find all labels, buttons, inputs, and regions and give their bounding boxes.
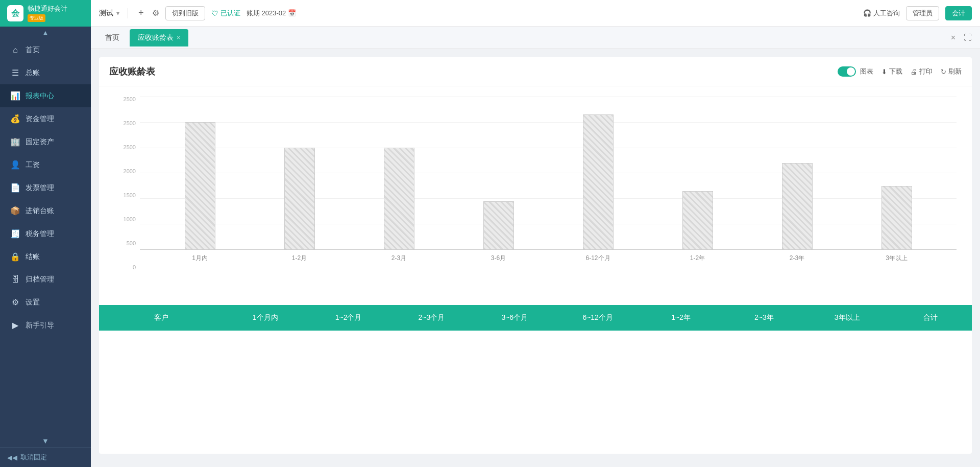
x-tick-1-2year: 1-2年 xyxy=(648,254,747,263)
sidebar-label-fund: 资金管理 xyxy=(26,114,54,124)
tab-home[interactable]: 首页 xyxy=(97,29,128,46)
sidebar-item-guide[interactable]: ▶ 新手引导 xyxy=(0,314,91,337)
edition-badge: 专业版 xyxy=(28,14,45,22)
sidebar-item-salary[interactable]: 👤 工资 xyxy=(0,153,91,176)
y-tick-2500-2: 2500 xyxy=(124,121,136,126)
sidebar-item-archive[interactable]: 🗄 归档管理 xyxy=(0,268,91,291)
company-name: 测试 xyxy=(99,9,113,18)
topbar: 测试 ▾ + ⚙ 切到旧版 🛡 已认证 账期 2023-02 📅 🎧 人工咨询 … xyxy=(91,0,980,27)
sidebar-label-fixed-asset: 固定资产 xyxy=(26,137,54,147)
print-button[interactable]: 🖨 打印 xyxy=(911,67,933,76)
settings-icon: ⚙ xyxy=(10,297,20,307)
bar-group-6-12month xyxy=(548,114,648,250)
sidebar-item-fixed-asset[interactable]: 🏢 固定资产 xyxy=(0,130,91,153)
y-axis: 2500 2500 2500 2000 1500 1000 500 0 xyxy=(114,97,140,270)
add-button[interactable]: + xyxy=(136,6,146,20)
col-header-1-2year: 1~2年 xyxy=(640,313,723,322)
x-tick-6-12month: 6-12个月 xyxy=(548,254,648,263)
guide-icon: ▶ xyxy=(10,320,20,330)
unpin-label: 取消固定 xyxy=(20,453,47,462)
tab-receivable-aging[interactable]: 应收账龄表 × xyxy=(130,29,188,46)
company-selector[interactable]: 测试 ▾ xyxy=(99,9,119,18)
certified-label: 已认证 xyxy=(220,9,240,18)
y-tick-2500-top: 2500 xyxy=(124,97,136,102)
expand-window-button[interactable]: ⛶ xyxy=(962,31,974,44)
admin-button[interactable]: 管理员 xyxy=(906,6,939,20)
bar-group-2-3year xyxy=(747,163,847,250)
y-tick-2500-3: 2500 xyxy=(124,145,136,150)
sidebar-item-home[interactable]: ⌂ 首页 xyxy=(0,39,91,61)
report-actions: 图表 ⬇ 下载 🖨 打印 ↻ 刷新 xyxy=(838,66,962,77)
headset-icon: 🎧 xyxy=(863,9,871,17)
service-button[interactable]: 🎧 人工咨询 xyxy=(863,9,900,18)
bar-group-3year-plus xyxy=(847,186,946,250)
period-value: 2023-02 xyxy=(262,9,286,17)
close-window-button[interactable]: × xyxy=(949,31,958,44)
archive-icon: 🗄 xyxy=(10,275,20,284)
sidebar-label-invoice: 发票管理 xyxy=(26,183,54,193)
tab-home-label: 首页 xyxy=(105,33,119,42)
fund-icon: 💰 xyxy=(10,114,20,124)
sidebar-nav: ⌂ 首页 ☰ 总账 📊 报表中心 💰 资金管理 🏢 固定资产 👤 工资 📄 发票… xyxy=(0,39,91,435)
toggle-track[interactable] xyxy=(838,66,856,77)
x-tick-1month: 1月内 xyxy=(150,254,250,263)
sidebar-item-inventory[interactable]: 📦 进销台账 xyxy=(0,199,91,222)
scroll-up-arrow[interactable]: ▲ xyxy=(0,27,91,39)
sidebar-label-ledger: 总账 xyxy=(26,68,40,78)
print-icon: 🖨 xyxy=(911,68,917,76)
sidebar-item-fund[interactable]: 💰 资金管理 xyxy=(0,107,91,130)
col-header-total: 合计 xyxy=(889,313,972,322)
logo-area: 会 畅捷通好会计 专业版 xyxy=(0,0,91,27)
logo-icon: 会 xyxy=(7,5,23,21)
salary-icon: 👤 xyxy=(10,160,20,170)
y-tick-500: 500 xyxy=(127,241,136,246)
shield-icon: 🛡 xyxy=(211,9,218,17)
col-header-2-3year: 2~3年 xyxy=(722,313,805,322)
bar-group-3-6month xyxy=(449,201,548,250)
scroll-down-arrow[interactable]: ▼ xyxy=(0,435,91,447)
tab-close-icon[interactable]: × xyxy=(177,34,180,41)
chart-toggle[interactable]: 图表 xyxy=(838,66,873,77)
report-icon: 📊 xyxy=(10,91,20,101)
chart-area: 2500 2500 2500 2000 1500 1000 500 0 xyxy=(99,86,972,301)
sidebar-item-report[interactable]: 📊 报表中心 xyxy=(0,84,91,107)
col-header-2-3month: 2~3个月 xyxy=(390,313,473,322)
sidebar-item-tax[interactable]: 🧾 税务管理 xyxy=(0,222,91,245)
topbar-right: 🎧 人工咨询 管理员 会计 xyxy=(863,6,972,20)
sidebar-label-tax: 税务管理 xyxy=(26,229,54,239)
download-button[interactable]: ⬇ 下载 xyxy=(881,67,902,76)
col-header-1-2month: 1~2个月 xyxy=(307,313,390,322)
calendar-icon[interactable]: 📅 xyxy=(288,9,296,17)
bar-group-2-3month xyxy=(349,148,449,250)
col-header-3-6month: 3~6个月 xyxy=(473,313,556,322)
accountant-button[interactable]: 会计 xyxy=(945,6,972,20)
sidebar-item-settings[interactable]: ⚙ 设置 xyxy=(0,291,91,314)
col-header-3year-plus: 3年以上 xyxy=(805,313,889,322)
sidebar-item-close-accounts[interactable]: 🔒 结账 xyxy=(0,245,91,268)
x-tick-3year-plus: 3年以上 xyxy=(847,254,946,263)
sidebar-label-inventory: 进销台账 xyxy=(26,206,54,216)
refresh-icon: ↻ xyxy=(941,68,946,76)
chart-body: 1月内 1-2月 2-3月 3-6月 6-12个月 1-2年 2-3年 3年以上 xyxy=(140,97,957,270)
home-icon: ⌂ xyxy=(10,45,20,55)
bar-1month xyxy=(185,122,215,250)
table-section: 客户 1个月内 1~2个月 2~3个月 3~6个月 6~12个月 1~2年 2~… xyxy=(99,305,972,331)
y-tick-1000: 1000 xyxy=(124,217,136,222)
bar-2-3month xyxy=(384,148,414,250)
invoice-icon: 📄 xyxy=(10,183,20,193)
topbar-separator-1 xyxy=(128,8,128,18)
x-tick-2-3month: 2-3月 xyxy=(349,254,449,263)
sidebar-label-close: 结账 xyxy=(26,252,40,262)
col-header-customer: 客户 xyxy=(99,313,224,322)
download-icon: ⬇ xyxy=(881,68,887,76)
settings-button[interactable]: ⚙ xyxy=(152,8,159,18)
y-tick-0: 0 xyxy=(133,265,136,270)
col-header-6-12month: 6~12个月 xyxy=(556,313,640,322)
sidebar-item-invoice[interactable]: 📄 发票管理 xyxy=(0,176,91,199)
tax-icon: 🧾 xyxy=(10,229,20,239)
unpin-button[interactable]: ◀◀ 取消固定 xyxy=(0,447,91,467)
bars-row xyxy=(140,97,957,250)
old-version-button[interactable]: 切到旧版 xyxy=(165,6,205,20)
sidebar-item-ledger[interactable]: ☰ 总账 xyxy=(0,61,91,84)
refresh-button[interactable]: ↻ 刷新 xyxy=(941,67,962,76)
